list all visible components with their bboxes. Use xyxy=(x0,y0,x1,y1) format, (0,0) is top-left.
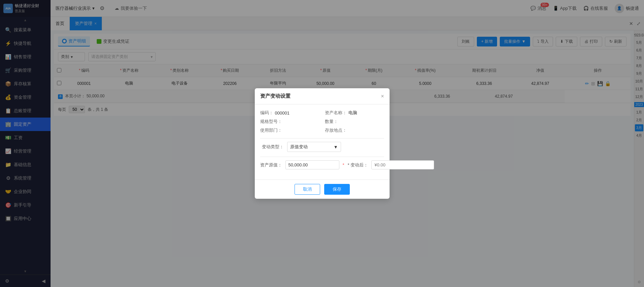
after-change-required: * xyxy=(343,162,344,167)
modal-body: 编码： 000001 资产名称： 电脑 规格型号： 数量： 使用部门： xyxy=(255,104,390,180)
modal-close-btn[interactable]: × xyxy=(381,93,384,99)
modal-change-type-row: 变动类型： 原值变动 ▼ xyxy=(260,142,384,152)
cancel-button[interactable]: 取消 xyxy=(295,184,320,195)
modal-after-change-input[interactable] xyxy=(371,160,434,169)
modal-code-item: 编码： 000001 xyxy=(260,110,319,116)
modal-code-value: 000001 xyxy=(275,110,289,116)
modal-location-label: 存放地点： xyxy=(325,127,347,133)
modal-info-grid: 编码： 000001 资产名称： 电脑 规格型号： 数量： 使用部门： xyxy=(260,110,384,133)
modal-location-item: 存放地点： xyxy=(325,127,384,133)
modal-asset-name-item: 资产名称： 电脑 xyxy=(325,110,384,116)
modal-divider2 xyxy=(260,157,384,157)
modal-quantity-item: 数量： xyxy=(325,119,384,125)
modal-divider1 xyxy=(260,138,384,138)
modal-value-row: 资产原值： 50,000.00 * * 变动后： xyxy=(260,160,384,169)
modal-quantity-label: 数量： xyxy=(325,119,338,125)
modal-original-value-label: 资产原值： xyxy=(260,162,282,168)
modal-spec-item: 规格型号： xyxy=(260,119,319,125)
save-button[interactable]: 保存 xyxy=(324,184,350,195)
modal-asset-name-value: 电脑 xyxy=(348,110,357,116)
modal-change-type-label: 变动类型： xyxy=(260,144,284,150)
modal-title: 资产变动设置 xyxy=(260,93,290,99)
modal-header: 资产变动设置 × xyxy=(255,88,390,104)
change-type-arrow: ▼ xyxy=(334,145,338,150)
modal-dept-label: 使用部门： xyxy=(260,127,282,133)
modal-overlay: 资产变动设置 × 编码： 000001 资产名称： 电脑 规格型号： 数量： xyxy=(0,0,644,287)
modal-after-change-label: * 变动后： xyxy=(348,162,368,168)
modal-dept-item: 使用部门： xyxy=(260,127,319,133)
change-type-value: 原值变动 xyxy=(290,144,308,150)
modal-asset-name-label: 资产名称： xyxy=(325,110,347,116)
modal-original-value: 50,000.00 xyxy=(285,160,339,169)
modal-footer: 取消 保存 xyxy=(255,180,390,199)
modal-spec-label: 规格型号： xyxy=(260,119,282,125)
modal-change-type-select[interactable]: 原值变动 ▼ xyxy=(287,142,341,152)
asset-change-modal: 资产变动设置 × 编码： 000001 资产名称： 电脑 规格型号： 数量： xyxy=(255,88,390,199)
modal-code-label: 编码： xyxy=(260,110,273,116)
